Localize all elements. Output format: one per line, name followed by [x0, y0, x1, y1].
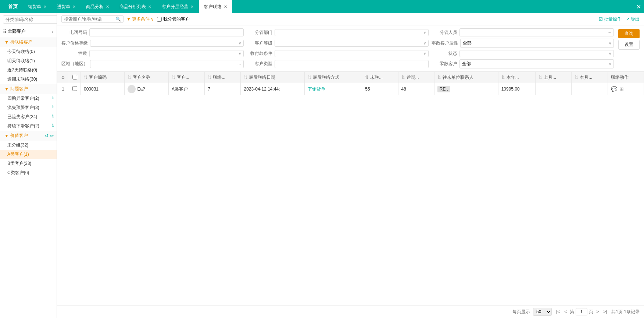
close-goods-analysis-icon[interactable]: ✕	[106, 4, 109, 9]
sidebar-group-problem[interactable]: ▼ 问题客户	[0, 84, 57, 94]
row-type-cell: A类客户	[168, 83, 204, 95]
sort-last-method-icon[interactable]: ⇅	[308, 75, 311, 80]
batch-op-btn[interactable]: ☑ 批量操作	[599, 16, 622, 22]
close-goods-list-icon[interactable]: ✕	[148, 4, 151, 9]
sidebar-item-week-wait[interactable]: 近7天待联络(0)	[0, 66, 57, 75]
sort-last-date-icon[interactable]: ⇅	[244, 75, 247, 80]
sidebar-item-ungraded[interactable]: 未分组(32)	[0, 141, 57, 150]
page-number-input[interactable]	[576, 308, 587, 315]
sort-this-year-icon[interactable]: ⇅	[501, 75, 505, 80]
last-method-link[interactable]: 下销货单	[308, 86, 325, 92]
sidebar-item-churn-warning[interactable]: 流失预警客户(3) ℹ	[0, 103, 57, 112]
nav-customer-contact[interactable]: 客户联络 ✕	[199, 0, 232, 13]
per-page-select[interactable]: 50 100 200	[533, 308, 552, 316]
filter-dept-select[interactable]: ∨	[275, 29, 429, 36]
sidebar: 🔍 ⠿ 全部客户 ‹ ▼ 待联络客户 今天待联络(0) 明天待联络(1) 近7天…	[0, 13, 57, 318]
sort-overdue-icon[interactable]: ⇅	[401, 75, 405, 80]
nav-sales[interactable]: 销货单 ✕	[23, 0, 52, 13]
sidebar-item-b-class[interactable]: B类客户(33)	[0, 159, 57, 168]
filter-dept-label: 分管部门	[247, 29, 272, 36]
settings-icon[interactable]: ⚙	[61, 75, 65, 80]
all-customers-header[interactable]: ⠿ 全部客户 ‹	[0, 26, 57, 37]
filter-search-icon[interactable]: 🔍	[115, 17, 121, 22]
sort-contact-person-icon[interactable]: ⇅	[437, 75, 441, 80]
sort-this-month-icon[interactable]: ⇅	[575, 75, 578, 80]
sidebar-search-input[interactable]	[3, 15, 57, 24]
page-last-btn[interactable]: >|	[602, 308, 608, 315]
sidebar-item-today-wait[interactable]: 今天待联络(0)	[0, 47, 57, 56]
adv-filter-row-1: 电话号码 分管部门 ∨ 分管人员	[61, 28, 614, 36]
refresh-value-icon[interactable]: ↺	[45, 133, 49, 138]
filter-region-label: 区域（地区）	[61, 61, 88, 67]
filter-status-select[interactable]: ∨	[459, 50, 614, 57]
payment-dropdown-icon: ∨	[423, 52, 426, 56]
filter-retail-customer-select[interactable]: 全部 ∨	[459, 59, 614, 68]
sidebar-item-a-class[interactable]: A类客户(1)	[0, 150, 57, 159]
nav-home[interactable]: 首页	[3, 0, 23, 13]
export-icon: ↗	[626, 17, 630, 22]
sort-contact-icon[interactable]: ⇅	[208, 75, 211, 80]
col-this-year: ⇅本年...	[498, 72, 535, 83]
nav-customer-tier[interactable]: 客户分层经营 ✕	[157, 0, 199, 13]
filter-price-level-select[interactable]: ∨	[90, 40, 244, 47]
filter-region-select[interactable]: ···	[90, 60, 244, 68]
chat-icon[interactable]: 💬	[611, 86, 617, 92]
query-button[interactable]: 查询	[618, 29, 640, 38]
info-icon-declining: ℹ	[52, 123, 54, 129]
close-customer-tier-icon[interactable]: ✕	[190, 4, 194, 9]
filter-phone-input[interactable]	[89, 28, 244, 36]
sort-last-month-icon[interactable]: ⇅	[539, 75, 542, 80]
sidebar-group-waiting[interactable]: ▼ 待联络客户	[0, 37, 57, 47]
filter-retail-attr-select[interactable]: 全部 ∨	[460, 39, 614, 48]
row-checkbox[interactable]	[72, 86, 77, 91]
nav-purchase[interactable]: 进货单 ✕	[52, 0, 81, 13]
sidebar-group-value[interactable]: ▼ 价值客户 ↺ ✏	[0, 131, 57, 141]
nav-goods-analysis[interactable]: 商品分析 ✕	[81, 0, 114, 13]
close-purchase-icon[interactable]: ✕	[72, 4, 76, 9]
close-sales-icon[interactable]: ✕	[43, 4, 47, 9]
row-last-method-cell: 下销货单	[305, 83, 362, 95]
filter-customer-type-input[interactable]	[275, 60, 429, 68]
sidebar-item-churned[interactable]: 已流失客户(24) ℹ	[0, 112, 57, 121]
page-next-btn[interactable]: >	[595, 308, 600, 315]
adv-filter-row-2: 客户价格等级 ∨ 客户等级 ∨	[61, 39, 614, 48]
page-prev-btn[interactable]: <	[563, 308, 568, 315]
sort-code-icon[interactable]: ⇅	[84, 75, 87, 80]
sidebar-item-overdue-wait[interactable]: 逾期未联络(30)	[0, 75, 57, 84]
row-name-cell: Ea?	[125, 83, 168, 95]
info-icon-churn: ℹ	[52, 105, 54, 111]
filter-person-select[interactable]: ···	[459, 28, 614, 36]
sort-name-icon[interactable]: ⇅	[128, 75, 131, 80]
filter-search-input[interactable]	[64, 17, 115, 22]
sidebar-item-tomorrow-wait[interactable]: 明天待联络(1)	[0, 56, 57, 66]
close-customer-contact-icon[interactable]: ✕	[224, 4, 227, 9]
col-contact: ⇅联络...	[205, 72, 241, 83]
close-all-tabs[interactable]: ✕	[636, 3, 641, 10]
sort-uncontacted-icon[interactable]: ⇅	[365, 75, 369, 80]
per-page-label: 每页显示	[512, 309, 530, 315]
sidebar-item-c-class[interactable]: C类客户(6)	[0, 168, 57, 177]
col-name: ⇅客户名称	[125, 72, 168, 83]
filter-customer-level-select[interactable]: ∨	[275, 40, 429, 47]
qr-icon[interactable]: ⊞	[619, 86, 624, 92]
filter-nature-select[interactable]: ∨	[89, 50, 244, 57]
page-total-label: 共1页 1条记录	[611, 309, 640, 315]
filter-more-btn[interactable]: ▼ 更多条件 ∨	[126, 16, 154, 22]
export-btn[interactable]: ↗ 导出	[626, 16, 640, 22]
page-first-btn[interactable]: |<	[555, 308, 561, 315]
filter-phone: 电话号码	[61, 28, 244, 36]
sidebar-item-repurchase[interactable]: 回购异常客户(2) ℹ	[0, 94, 57, 103]
sidebar-search-wrap: 🔍	[0, 13, 57, 26]
sort-type-icon[interactable]: ⇅	[172, 75, 175, 80]
select-all-checkbox[interactable]	[72, 75, 77, 80]
col-overdue: ⇅逾期...	[398, 72, 434, 83]
nav-goods-list[interactable]: 商品分析列表 ✕	[114, 0, 157, 13]
my-customers-filter[interactable]: 我分管的客户	[157, 16, 190, 22]
sidebar-item-declining[interactable]: 持续下滑客户(2) ℹ	[0, 121, 57, 131]
filter-payment-select[interactable]: ∨	[275, 50, 429, 57]
set-button[interactable]: 设置	[618, 40, 640, 50]
my-customers-checkbox[interactable]	[157, 17, 162, 22]
collapse-sidebar-icon[interactable]: ‹	[52, 29, 54, 35]
edit-value-icon[interactable]: ✏	[50, 133, 54, 138]
filter-retail-attr-label: 零散客户属性	[432, 40, 458, 46]
